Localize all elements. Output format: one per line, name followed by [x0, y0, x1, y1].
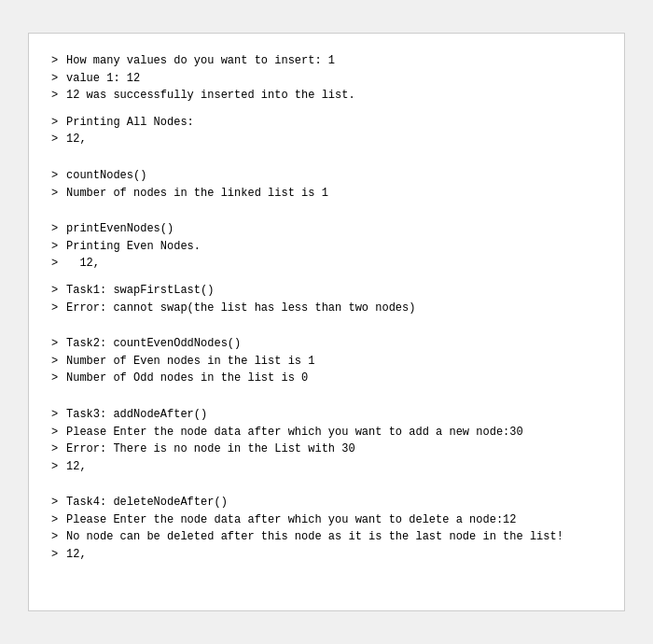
terminal-line: >12, [51, 131, 602, 148]
terminal-line: >12, [51, 546, 602, 564]
line-text: 12, [66, 131, 87, 148]
terminal-line: >Printing Even Nodes. [51, 238, 602, 256]
spacer-line [51, 387, 602, 397]
prompt-symbol: > [51, 255, 61, 273]
terminal-content: >How many values do you want to insert: … [51, 52, 602, 564]
prompt-symbol: > [51, 494, 61, 511]
prompt-symbol: > [51, 185, 61, 203]
spacer-line [51, 202, 602, 211]
terminal-line: >Printing All Nodes: [51, 114, 602, 132]
prompt-symbol: > [51, 300, 61, 317]
prompt-symbol: > [51, 167, 61, 185]
prompt-symbol: > [51, 424, 61, 441]
line-text: printEvenNodes() [66, 220, 174, 238]
line-text: Printing Even Nodes. [66, 238, 201, 256]
line-text: Please Enter the node data after which y… [66, 424, 523, 441]
line-text: Number of nodes in the linked list is 1 [66, 185, 328, 203]
terminal-line: >12 was successfully inserted into the l… [51, 87, 602, 105]
terminal-line: >Number of Odd nodes in the list is 0 [51, 370, 602, 387]
prompt-symbol: > [51, 282, 61, 300]
spacer-line [51, 484, 602, 494]
terminal-line: >How many values do you want to insert: … [51, 52, 602, 70]
prompt-symbol: > [51, 458, 61, 476]
terminal-line: >Error: There is no node in the List wit… [51, 441, 602, 458]
prompt-symbol: > [51, 546, 61, 564]
prompt-symbol: > [51, 406, 61, 424]
prompt-symbol: > [51, 114, 61, 132]
prompt-symbol: > [51, 52, 61, 70]
line-text: Task4: deleteNodeAfter() [66, 494, 228, 511]
terminal-line: >Please Enter the node data after which … [51, 424, 602, 441]
terminal-line: >Task2: countEvenOddNodes() [51, 335, 602, 353]
line-text: countNodes() [66, 167, 146, 185]
terminal-line: >value 1: 12 [51, 70, 602, 88]
spacer-line [51, 326, 602, 335]
spacer-line [51, 158, 602, 167]
line-text: Error: There is no node in the List with… [66, 441, 355, 458]
line-text: Task3: addNodeAfter() [66, 406, 207, 424]
line-text: Number of Odd nodes in the list is 0 [66, 370, 308, 387]
line-text: Error: cannot swap(the list has less tha… [66, 300, 415, 317]
terminal-line: >Task1: swapFirstLast() [51, 282, 602, 300]
line-text: Task2: countEvenOddNodes() [66, 335, 241, 353]
line-text: Printing All Nodes: [66, 114, 194, 132]
line-text: 12, [66, 546, 87, 564]
terminal-line: >No node can be deleted after this node … [51, 528, 602, 546]
spacer-line [51, 475, 602, 484]
terminal-line: >12, [51, 458, 602, 476]
terminal-line: >printEvenNodes() [51, 220, 602, 238]
spacer-line [51, 273, 602, 282]
spacer-line [51, 148, 602, 158]
terminal-line: > 12, [51, 255, 602, 273]
line-text: No node can be deleted after this node a… [66, 528, 563, 546]
terminal-line: >Number of nodes in the linked list is 1 [51, 185, 602, 203]
terminal-line: >Number of Even nodes in the list is 1 [51, 353, 602, 371]
spacer-line [51, 211, 602, 220]
prompt-symbol: > [51, 87, 61, 105]
line-text: value 1: 12 [66, 70, 140, 88]
prompt-symbol: > [51, 238, 61, 256]
line-text: Please Enter the node data after which y… [66, 511, 516, 529]
terminal-container: >How many values do you want to insert: … [28, 33, 625, 611]
terminal-line: >countNodes() [51, 167, 602, 185]
terminal-line: >Please Enter the node data after which … [51, 511, 602, 529]
prompt-symbol: > [51, 70, 61, 88]
line-text: 12, [66, 458, 87, 476]
prompt-symbol: > [51, 441, 61, 458]
spacer-line [51, 397, 602, 406]
terminal-line: >Task4: deleteNodeAfter() [51, 494, 602, 511]
spacer-line [51, 105, 602, 114]
terminal-line: >Error: cannot swap(the list has less th… [51, 300, 602, 317]
line-text: 12 was successfully inserted into the li… [66, 87, 355, 105]
prompt-symbol: > [51, 335, 61, 353]
line-text: How many values do you want to insert: 1 [66, 52, 335, 70]
line-text: Task1: swapFirstLast() [66, 282, 214, 300]
prompt-symbol: > [51, 528, 61, 546]
prompt-symbol: > [51, 353, 61, 371]
prompt-symbol: > [51, 511, 61, 529]
line-text: Number of Even nodes in the list is 1 [66, 353, 314, 371]
prompt-symbol: > [51, 220, 61, 238]
prompt-symbol: > [51, 131, 61, 148]
line-text: 12, [66, 255, 100, 273]
prompt-symbol: > [51, 370, 61, 387]
terminal-line: >Task3: addNodeAfter() [51, 406, 602, 424]
spacer-line [51, 316, 602, 326]
